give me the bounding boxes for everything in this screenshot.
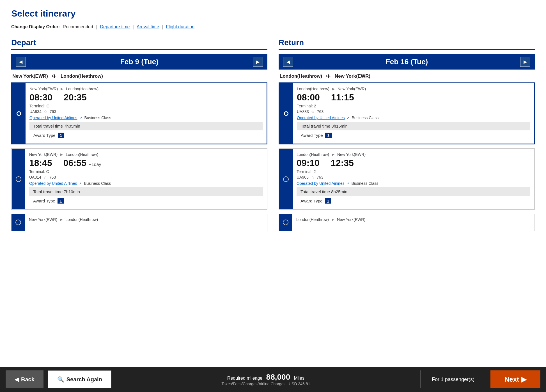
return-route-line-3: London(Heathrow) ▶ New York(EWR) — [296, 217, 531, 222]
return-airline-link-2[interactable]: Operated by United Airlines — [297, 181, 344, 186]
return-destination: New York(EWR) — [335, 73, 370, 79]
return-travel-time-2: Total travel time 8h25min — [297, 187, 530, 196]
return-award-badge-1[interactable]: 1 — [325, 133, 332, 138]
depart-travel-time-2: Total travel time 7h10min — [29, 187, 263, 196]
bottom-bar: ◀ Back 🔍 Search Again Required mileage 8… — [0, 367, 546, 392]
return-award-badge-2[interactable]: 1 — [325, 198, 331, 204]
display-order-label: Change Display Order: — [11, 24, 60, 29]
return-radio-2[interactable] — [283, 176, 289, 182]
depart-date-nav: ◀ Feb 9 (Tue) ▶ — [11, 54, 267, 70]
page-title: Select itinerary — [11, 8, 535, 19]
return-class-1: Business Class — [352, 116, 378, 120]
depart-next-btn[interactable]: ▶ — [253, 57, 263, 67]
depart-flight-card-2[interactable]: New York(EWR) ▶ London(Heathrow) 18:45 0… — [11, 148, 267, 210]
depart-radio-1[interactable] — [16, 111, 22, 116]
depart-radio-col-1 — [12, 83, 26, 144]
page-wrapper: Select itinerary Change Display Order: R… — [0, 0, 546, 392]
return-aircraft-2: 763 — [317, 175, 323, 179]
return-travel-time-1: Total travel time 8h15min — [297, 122, 530, 130]
return-flight-card-1[interactable]: London(Heathrow) ▶ New York(EWR) 08:00 1… — [279, 82, 535, 144]
depart-date: Feb 9 (Tue) — [120, 57, 159, 66]
return-radio-3[interactable] — [283, 220, 288, 225]
depart-small-arrow-3: ▶ — [60, 218, 63, 222]
flight-duration-link[interactable]: Flight duration — [166, 24, 194, 29]
return-radio-col-1 — [279, 83, 293, 144]
return-aircraft-1: 763 — [317, 109, 324, 114]
depart-origin: New York(EWR) — [12, 73, 48, 79]
depart-plus-day-2: +1day — [89, 162, 101, 167]
return-next-btn[interactable]: ▶ — [520, 57, 530, 67]
return-times-1: 08:00 11:15 — [297, 92, 530, 103]
depart-airline-link-2[interactable]: Operated by United Airlines — [29, 181, 77, 186]
passenger-label: For 1 passenger(s) — [432, 377, 474, 382]
depart-flight-num-1: UA934 — [29, 109, 42, 114]
depart-travel-time-1: Total travel time 7h05min — [29, 122, 263, 130]
return-origin: London(Heathrow) — [280, 73, 322, 79]
return-star-2: ☆ — [311, 175, 315, 179]
divider-3: | — [162, 24, 163, 30]
display-order-row: Change Display Order: Recommended | Depa… — [11, 24, 535, 30]
depart-header: Depart — [11, 38, 267, 50]
depart-flight-info-1: UA934 ☆ 763 — [29, 109, 263, 114]
return-radio-1[interactable] — [283, 111, 289, 116]
depart-ext-icon-1: ↗ — [79, 116, 82, 120]
depart-ext-icon-2: ↗ — [79, 182, 82, 185]
return-award-label-1: Award Type — [301, 133, 323, 138]
arrival-time-link[interactable]: Arrival time — [137, 24, 159, 29]
return-flight-info-2: UA905 ☆ 763 — [297, 175, 530, 179]
depart-airline-link-1[interactable]: Operated by United Airlines — [29, 116, 77, 120]
depart-route-row: New York(EWR) ✈ London(Heathrow) — [11, 73, 267, 80]
return-airline-line-1: Operated by United Airlines ↗ Business C… — [297, 116, 530, 120]
depart-star-2: ☆ — [43, 175, 47, 179]
depart-radio-2[interactable] — [16, 176, 21, 182]
depart-terminal-1: Terminal: C — [29, 104, 263, 108]
depart-prev-btn[interactable]: ◀ — [16, 57, 26, 67]
depart-flight-card-3[interactable]: New York(EWR) ▶ London(Heathrow) — [11, 214, 267, 231]
depart-award-badge-1[interactable]: 1 — [58, 133, 64, 138]
depart-to-2: London(Heathrow) — [66, 152, 98, 157]
return-terminal-2: Terminal: 2 — [297, 169, 530, 174]
return-to-2: New York(EWR) — [337, 152, 366, 157]
depart-airline-line-2: Operated by United Airlines ↗ Business C… — [29, 181, 263, 186]
return-airline-link-1[interactable]: Operated by United Airlines — [297, 116, 345, 120]
depart-arr-time-2: 06:55 +1day — [63, 158, 101, 168]
return-header: Return — [279, 38, 535, 50]
return-small-arrow-2: ▶ — [332, 153, 334, 156]
departure-time-link[interactable]: Departure time — [100, 24, 130, 29]
return-from-1: London(Heathrow) — [297, 87, 329, 91]
mileage-value: 88,000 — [266, 373, 290, 381]
return-from-3: London(Heathrow) — [296, 217, 329, 222]
depart-to-1: London(Heathrow) — [66, 87, 98, 91]
mileage-unit: Miles — [294, 376, 304, 381]
return-flight-details-2: London(Heathrow) ▶ New York(EWR) 09:10 1… — [293, 149, 534, 209]
depart-route-line-3: New York(EWR) ▶ London(Heathrow) — [29, 217, 263, 222]
back-label: Back — [21, 376, 35, 383]
passenger-info: For 1 passenger(s) — [420, 370, 486, 388]
depart-award-badge-2[interactable]: 1 — [58, 198, 64, 204]
search-again-button[interactable]: 🔍 Search Again — [48, 370, 111, 388]
depart-small-arrow-1: ▶ — [61, 87, 63, 91]
depart-award-label-1: Award Type — [33, 133, 56, 138]
return-prev-btn[interactable]: ◀ — [283, 57, 293, 67]
depart-aircraft-2: 763 — [49, 175, 56, 179]
search-icon: 🔍 — [57, 376, 64, 383]
depart-radio-3[interactable] — [15, 220, 21, 225]
return-flight-num-2: UA905 — [297, 175, 309, 179]
return-times-2: 09:10 12:35 — [297, 158, 530, 168]
back-button[interactable]: ◀ Back — [6, 370, 43, 388]
return-award-row-2: Award Type 1 — [297, 196, 530, 206]
return-flight-card-2[interactable]: London(Heathrow) ▶ New York(EWR) 09:10 1… — [279, 148, 535, 210]
depart-aircraft-1: 763 — [50, 109, 56, 114]
return-flight-card-3[interactable]: London(Heathrow) ▶ New York(EWR) — [279, 214, 535, 231]
depart-from-3: New York(EWR) — [29, 217, 57, 222]
return-flight-num-1: UA883 — [297, 109, 309, 114]
depart-flight-card-1[interactable]: New York(EWR) ▶ London(Heathrow) 08:30 2… — [11, 82, 267, 144]
depart-flight-details-2: New York(EWR) ▶ London(Heathrow) 18:45 0… — [25, 149, 267, 209]
return-star-1: ☆ — [311, 109, 315, 114]
mileage-label: Required mileage — [227, 376, 262, 381]
next-button[interactable]: Next ▶ — [490, 370, 540, 388]
return-route-line-2: London(Heathrow) ▶ New York(EWR) — [297, 152, 530, 157]
return-route-line-1: London(Heathrow) ▶ New York(EWR) — [297, 87, 530, 91]
depart-airline-line-1: Operated by United Airlines ↗ Business C… — [29, 116, 263, 120]
return-flight-details-1: London(Heathrow) ▶ New York(EWR) 08:00 1… — [293, 83, 534, 144]
